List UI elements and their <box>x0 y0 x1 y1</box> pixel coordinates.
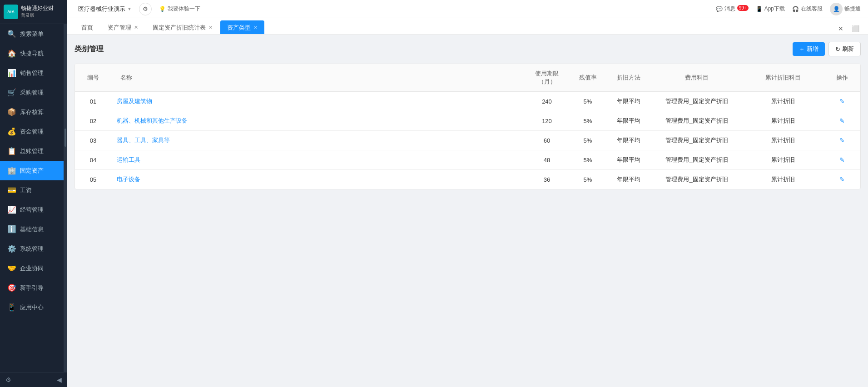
collapse-icon[interactable]: ◀ <box>57 376 62 383</box>
table-row: 03 器具、工具、家具等 60 5% 年限平均 管理费用_固定资产折旧 累计折旧… <box>75 131 860 150</box>
cell-action-0: ✎ <box>824 92 860 111</box>
cell-accum-2: 累计折旧 <box>742 131 824 150</box>
cell-name-0[interactable]: 房屋及建筑物 <box>111 92 524 111</box>
sidebar-item-system[interactable]: ⚙️ 系统管理 <box>0 239 64 258</box>
logo-badge: 普及版 <box>21 12 54 19</box>
edit-icon-2[interactable]: ✎ <box>839 137 845 144</box>
sidebar-label-system: 系统管理 <box>20 245 44 253</box>
purchase-icon: 🛒 <box>7 88 15 97</box>
refresh-button[interactable]: ↻ 刷新 <box>828 42 861 56</box>
refresh-icon: ↻ <box>835 46 840 53</box>
cell-expense-3: 管理费用_固定资产折旧 <box>651 150 742 170</box>
expand-btn[interactable]: ⬜ <box>850 23 861 34</box>
edit-icon-1[interactable]: ✎ <box>839 117 845 124</box>
sidebar-label-app-center: 应用中心 <box>20 303 44 312</box>
online-service-btn[interactable]: 🎧 在线客服 <box>792 5 823 13</box>
cell-name-2[interactable]: 器具、工具、家具等 <box>111 131 524 150</box>
message-btn[interactable]: 💬 消息 99+ <box>716 5 749 13</box>
cell-action-4: ✎ <box>824 170 860 189</box>
tab-close-asset-mgmt[interactable]: ✕ <box>134 25 138 30</box>
edit-icon-3[interactable]: ✎ <box>839 156 845 164</box>
sidebar-item-search[interactable]: 🔍 搜索菜单 <box>0 24 64 44</box>
page-title: 类别管理 <box>74 45 104 54</box>
headset-icon: 🎧 <box>792 6 799 12</box>
basic-info-icon: ℹ️ <box>7 225 15 233</box>
cell-code-4: 05 <box>75 170 111 189</box>
cell-name-1[interactable]: 机器、机械和其他生产设备 <box>111 111 524 131</box>
sidebar-scrollbar[interactable] <box>64 24 67 372</box>
cell-expense-2: 管理费用_固定资产折旧 <box>651 131 742 150</box>
sidebar-item-ledger[interactable]: 📋 总账管理 <box>0 141 64 161</box>
tab-asset-type[interactable]: 资产类型✕ <box>220 20 264 34</box>
tabs-bar: 首页资产管理✕固定资产折旧统计表✕资产类型✕ ✕ ⬜ <box>67 18 868 35</box>
sidebar-item-purchase[interactable]: 🛒 采购管理 <box>0 83 64 102</box>
cell-period-3: 48 <box>524 150 570 170</box>
cell-method-0: 年限平均 <box>606 92 651 111</box>
sidebar-label-management: 经营管理 <box>20 206 44 214</box>
sidebar-item-quick-nav[interactable]: 🏠 快捷导航 <box>0 44 64 63</box>
topbar-settings-btn[interactable]: ⚙ <box>139 3 152 15</box>
system-icon: ⚙️ <box>7 244 15 253</box>
edit-icon-4[interactable]: ✎ <box>839 176 845 183</box>
user-profile[interactable]: 👤 畅捷通 <box>830 3 861 15</box>
col-name: 名称 <box>111 64 524 92</box>
cell-action-3: ✎ <box>824 150 860 170</box>
sidebar-item-enterprise[interactable]: 🤝 企业协同 <box>0 258 64 278</box>
logo-icon: AtA <box>4 5 18 19</box>
topbar-right: 💬 消息 99+ 📱 App下载 🎧 在线客服 👤 畅捷通 <box>716 3 861 15</box>
sidebar-item-inventory[interactable]: 📦 库存核算 <box>0 102 64 122</box>
sidebar-item-capital[interactable]: 💰 资金管理 <box>0 122 64 141</box>
tab-home[interactable]: 首页 <box>74 20 100 34</box>
settings-icon[interactable]: ⚙ <box>5 376 11 383</box>
avatar-icon: 👤 <box>833 6 840 12</box>
tab-close-asset-type[interactable]: ✕ <box>253 25 258 30</box>
cell-expense-4: 管理费用_固定资产折旧 <box>651 170 742 189</box>
username: 畅捷通 <box>844 5 861 13</box>
fixed-assets-icon: 🏢 <box>7 166 15 175</box>
col-code: 编号 <box>75 64 111 92</box>
sales-icon: 📊 <box>7 69 15 77</box>
tab-depreciation-table[interactable]: 固定资产折旧统计表✕ <box>146 20 219 34</box>
app-download-btn[interactable]: 📱 App下载 <box>756 5 785 13</box>
quick-nav-icon: 🏠 <box>7 49 15 58</box>
sidebar-item-fixed-assets[interactable]: 🏢 固定资产 <box>0 161 64 180</box>
cell-name-4[interactable]: 电子设备 <box>111 170 524 189</box>
try-button[interactable]: 💡 我要体验一下 <box>155 3 204 15</box>
cell-code-0: 01 <box>75 92 111 111</box>
sidebar-scrollbar-thumb[interactable] <box>64 129 66 147</box>
cell-action-2: ✎ <box>824 131 860 150</box>
edit-icon-0[interactable]: ✎ <box>839 98 845 105</box>
salary-icon: 💳 <box>7 186 15 194</box>
cell-accum-1: 累计折旧 <box>742 111 824 131</box>
header-row: 编号 名称 使用期限（月） 残值率 折旧方法 费用科目 累计折旧科目 操作 <box>75 64 860 92</box>
sidebar-label-guide: 新手引导 <box>20 284 44 292</box>
cell-accum-0: 累计折旧 <box>742 92 824 111</box>
cell-code-1: 02 <box>75 111 111 131</box>
tab-asset-mgmt[interactable]: 资产管理✕ <box>101 20 145 34</box>
sidebar-item-app-center[interactable]: 📱 应用中心 <box>0 298 64 317</box>
tab-close-depreciation-table[interactable]: ✕ <box>208 25 213 30</box>
close-tab-btn[interactable]: ✕ <box>835 23 846 34</box>
try-label: 我要体验一下 <box>168 5 200 13</box>
company-selector[interactable]: 医疗器械行业演示 ▼ <box>74 3 135 15</box>
sidebar-item-management[interactable]: 📈 经营管理 <box>0 200 64 219</box>
cell-period-2: 60 <box>524 131 570 150</box>
table-body: 01 房屋及建筑物 240 5% 年限平均 管理费用_固定资产折旧 累计折旧 ✎… <box>75 92 860 189</box>
tab-controls: ✕ ⬜ <box>835 23 861 34</box>
cell-period-0: 240 <box>524 92 570 111</box>
cell-expense-1: 管理费用_固定资产折旧 <box>651 111 742 131</box>
cell-name-3[interactable]: 运输工具 <box>111 150 524 170</box>
table-row: 02 机器、机械和其他生产设备 120 5% 年限平均 管理费用_固定资产折旧 … <box>75 111 860 131</box>
sidebar-item-basic-info[interactable]: ℹ️ 基础信息 <box>0 219 64 239</box>
gear-icon: ⚙ <box>143 5 148 12</box>
tab-label-asset-type: 资产类型 <box>227 24 251 32</box>
col-period: 使用期限（月） <box>524 64 570 92</box>
cell-residual-2: 5% <box>570 131 606 150</box>
tab-label-depreciation-table: 固定资产折旧统计表 <box>153 24 206 32</box>
sidebar-label-quick-nav: 快捷导航 <box>20 50 44 58</box>
sidebar-item-sales[interactable]: 📊 销售管理 <box>0 63 64 83</box>
sidebar-item-salary[interactable]: 💳 工资 <box>0 180 64 200</box>
new-button[interactable]: ＋ 新增 <box>793 42 825 56</box>
sidebar-label-ledger: 总账管理 <box>20 147 44 155</box>
sidebar-item-guide[interactable]: 🎯 新手引导 <box>0 278 64 298</box>
